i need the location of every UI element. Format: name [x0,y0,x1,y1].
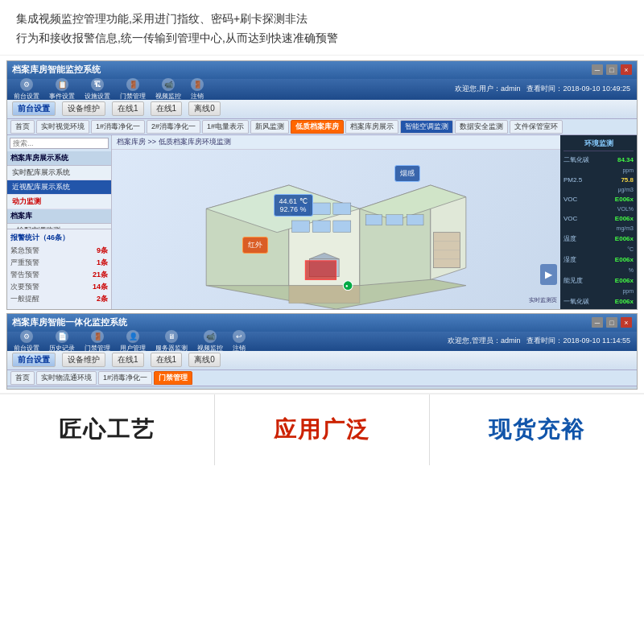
user-btn[interactable]: 👤 用户管理 [120,330,146,353]
center-floorplan: 档案库房 >> 低质档案库房环境监测 [112,135,560,310]
door-icon: 🚪 [126,78,139,91]
tab-online1[interactable]: 在线1 [112,101,144,116]
svg-rect-19 [305,260,336,279]
sidebar-item-near[interactable]: 近视配库展示系统 [7,180,111,195]
video-icon: 📹 [162,78,175,91]
software-window-2: 档案库房智能一体化监控系统 ─ □ × ⚙ 前台设置 📄 历史记录 🚪 门禁管理… [6,313,638,390]
nav-archive-show[interactable]: 档案库房展示 [345,120,398,134]
sidebar-item-realtime[interactable]: 实时配库展示系统 [7,166,111,180]
breadcrumb: 档案库房 >> 低质档案库房环境监测 [112,135,560,150]
tab2-device[interactable]: 设备维护 [62,353,105,367]
env-co2: 二氧化碳 84.34 [564,155,634,165]
tab2-online2[interactable]: 在线1 [151,353,183,367]
nav-power[interactable]: 1#电量表示 [202,120,249,134]
env-visibility-unit: ppm [564,288,634,294]
config-btn-2[interactable]: ⚙ 前台设置 [14,330,39,353]
tab2-current[interactable]: 前台设置 [12,353,56,367]
tab-device[interactable]: 设备维护 [62,101,105,116]
nav-home[interactable]: 首页 [10,120,35,134]
nav2-home[interactable]: 首页 [10,371,35,385]
tab-online2[interactable]: 在线1 [151,101,183,116]
banner-text-2: 应用广泛 [274,415,370,445]
desc-line1: 集成视频监控管理功能,采用进门指纹、密码+刷卡探测非法 [16,10,628,29]
config-btn[interactable]: ⚙ 前台设置 [14,78,39,101]
alarm-urgent: 紧急预警 9条 [10,246,108,256]
logout-btn[interactable]: 🚪 注销 [191,78,204,101]
toolbar-right: 欢迎您,用户：admin 查看时间：2018-09-10 10:49:25 [455,84,630,94]
svg-rect-13 [365,214,382,225]
titlebar-2: 档案库房智能一体化监控系统 ─ □ × [7,314,637,332]
alarm-severe: 严重预警 1条 [10,258,108,268]
sensor-infrared[interactable]: 红外 [242,237,268,254]
tab-current[interactable]: 前台设置 [12,101,56,116]
nav2-realtime[interactable]: 实时物流通环境 [36,371,97,385]
close-btn[interactable]: × [621,64,632,75]
video-btn-2[interactable]: 📹 视频监控 [197,330,223,353]
video-icon-2: 📹 [204,330,217,343]
window1-title: 档案库房智能监控系统 [12,64,101,76]
door-btn[interactable]: 🚪 门禁管理 [120,78,146,101]
nav-file-room[interactable]: 文件保管室环 [510,120,563,134]
nav-tabs-row-2: 首页 实时物流通环境 1#消毒净化一 门禁管理 [7,370,637,386]
sidebar-section-archive: 档案库 [7,209,111,224]
top-description: 集成视频监控管理功能,采用进门指纹、密码+刷卡探测非法 行为和接收报警信息,统一… [0,0,644,56]
nav-ventilation[interactable]: 新风监测 [250,120,289,134]
tab2-online1[interactable]: 在线1 [112,353,144,367]
minimize-btn-2[interactable]: ─ [592,317,603,328]
sensor-smoke[interactable]: 烟感 [394,165,420,182]
banner-text-3: 现货充裕 [489,415,585,445]
env-monitor-panel: 环境监测 二氧化碳 84.34 ppm PM2.5 75.8 μg/m3 VOC… [560,135,637,310]
maximize-btn-2[interactable]: □ [606,317,617,328]
server-icon: 🖥 [165,330,178,343]
search-input[interactable] [10,138,109,149]
nav2-door[interactable]: 门禁管理 [154,371,192,385]
history-btn[interactable]: 📄 历史记录 [49,330,75,353]
env-co: 一氧化碳 E006x [564,296,634,307]
nav-disinfect1[interactable]: 1#消毒净化一 [91,120,145,134]
env-pm25-unit: μg/m3 [564,187,634,192]
logout-btn-2[interactable]: ↩ 注销 [233,330,246,353]
alarm-title: 报警统计（46条） [10,233,108,243]
top-toolbar-2: ⚙ 前台设置 📄 历史记录 🚪 门禁管理 👤 用户管理 🖥 服务器监测 📹 [7,332,637,351]
nav-air-smart[interactable]: 智能空调监测 [400,120,453,134]
welcome-text: 欢迎您,用户：admin [455,84,520,94]
video-btn[interactable]: 📹 视频监控 [155,78,181,101]
door-mgmt-btn[interactable]: 🚪 门禁管理 [85,330,110,353]
alarm-notice: 一般提醒 2条 [10,294,108,304]
nav-realtime[interactable]: 实时视觉环境 [36,120,89,134]
env-panel-title: 环境监测 [564,138,634,151]
env-humidity: 湿度 E006x [564,254,634,265]
maximize-btn[interactable]: □ [606,64,617,75]
alarm-warning: 警告预警 21条 [10,270,108,280]
nav-tabs-row: 首页 实时视觉环境 1#消毒净化一 2#消毒净化一 1#电量表示 新风监测 低质… [7,119,637,135]
building-3d-svg: ● [112,150,560,309]
facility-btn[interactable]: 🏗 设施设置 [85,78,110,101]
next-page-btn[interactable]: ▶ [540,264,557,285]
nav-disinfect2[interactable]: 2#消毒净化一 [147,120,200,134]
tab2-offline[interactable]: 离线0 [188,353,221,367]
nav-data-safe[interactable]: 数据安全监测 [455,120,508,134]
env-voc2-unit: mg/m3 [564,225,634,231]
alarm-minor: 次要预警 14条 [10,282,108,292]
svg-text:●: ● [345,283,349,287]
banner-text-1: 匠心工艺 [59,415,155,445]
sidebar-search-box [7,135,111,151]
banner-stock: 现货充裕 [430,394,644,465]
nav2-disinfect[interactable]: 1#消毒净化一 [98,371,152,385]
event-btn[interactable]: 📋 事件设置 [49,78,75,101]
server-btn[interactable]: 🖥 服务器监测 [155,330,188,353]
close-btn-2[interactable]: × [621,317,632,328]
user-icon: 👤 [126,330,139,343]
sidebar-item-power-monitor[interactable]: 动力监测 [7,195,111,209]
toolbar2-right: 欢迎您,管理员：admin 查看时间：2018-09-10 11:14:55 [448,336,630,346]
tab-offline[interactable]: 离线0 [188,101,221,116]
minimize-btn[interactable]: ─ [592,64,603,75]
nav-archive-low[interactable]: 低质档案库房 [291,120,344,134]
tabs-toolbar-2: 前台设置 设备维护 在线1 在线1 离线0 [7,351,637,370]
event-icon: 📋 [56,78,68,91]
door-mgmt-icon: 🚪 [91,330,104,343]
sensor-temp-humidity[interactable]: 44.61 ℃ 92.76 % [274,194,313,217]
time-text-2: 查看时间：2018-09-10 11:14:55 [526,336,630,346]
svg-rect-14 [386,214,403,225]
time-text: 查看时间：2018-09-10 10:49:25 [526,84,630,94]
